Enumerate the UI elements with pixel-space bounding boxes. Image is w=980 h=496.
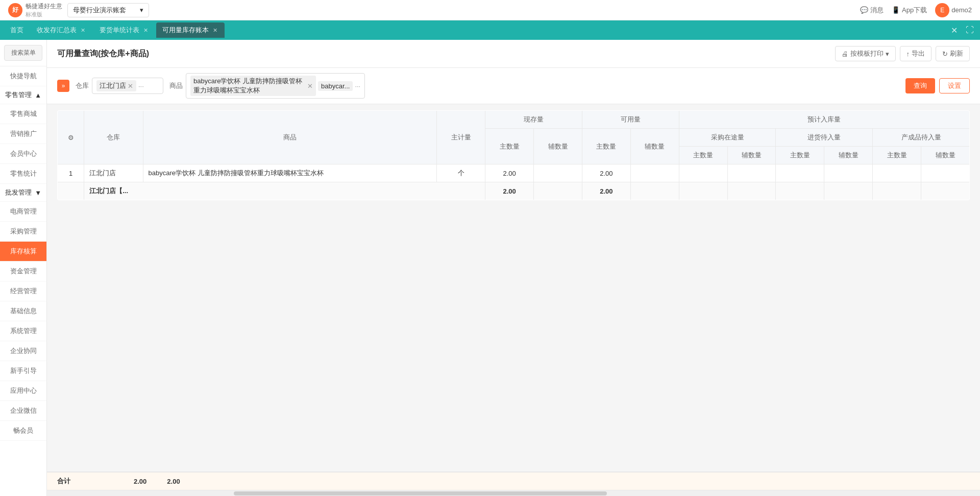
- refresh-icon: ↻: [942, 50, 948, 58]
- tab-close-receive[interactable]: ✕: [80, 27, 86, 34]
- logo-icon: 好: [8, 3, 22, 17]
- th-available-aux: 辅数量: [630, 129, 679, 164]
- sidebar-item-retail-mall[interactable]: 零售商城: [0, 104, 46, 124]
- message-icon: 💬: [860, 6, 868, 14]
- export-btn[interactable]: ↑ 导出: [900, 46, 932, 61]
- th-incoming-main: 主数量: [776, 147, 824, 164]
- logo-area: 好 畅捷通好生意 标准版: [8, 2, 62, 18]
- expand-btn[interactable]: ⛶: [964, 23, 976, 37]
- cell-purchase-on-way-aux: [727, 164, 776, 182]
- product-ellipsis[interactable]: ···: [355, 82, 360, 90]
- message-btn[interactable]: 💬 消息: [860, 6, 884, 15]
- th-current-main: 主数量: [485, 129, 534, 164]
- page-title: 可用量查询(按仓库+商品): [57, 49, 149, 59]
- chevron-icon-wholesale: ▼: [35, 189, 41, 197]
- data-table: ⚙ 仓库 商品 主计量 现存量 可用量 预计入库量 主数量 辅数量 主数量 辅数…: [57, 110, 970, 200]
- horizontal-scrollbar[interactable]: [47, 490, 980, 496]
- table-container: ⚙ 仓库 商品 主计量 现存量 可用量 预计入库量 主数量 辅数量 主数量 辅数…: [47, 104, 980, 471]
- tab-home[interactable]: 首页: [4, 22, 30, 38]
- subtotal-current-main: 2.00: [485, 182, 534, 200]
- total-label: 合计: [57, 477, 134, 486]
- avatar: E: [935, 3, 949, 17]
- footer-available-main: 2.00: [167, 478, 180, 485]
- th-available-main: 主数量: [582, 129, 630, 164]
- sidebar-item-ecommerce[interactable]: 电商管理: [0, 202, 46, 222]
- user-profile-btn[interactable]: E demo2: [935, 3, 972, 17]
- industry-selector-label: 母婴行业演示账套: [73, 6, 126, 15]
- th-settings[interactable]: ⚙: [58, 111, 84, 164]
- th-incoming-aux: 辅数量: [824, 147, 873, 164]
- sidebar-item-sys-mgmt[interactable]: 系统管理: [0, 321, 46, 341]
- top-bar-right: 💬 消息 📱 App下载 E demo2: [860, 3, 972, 17]
- tab-close-order-stat[interactable]: ✕: [142, 27, 149, 34]
- sidebar-item-enterprise-wechat[interactable]: 企业微信: [0, 401, 46, 421]
- sidebar-item-inventory[interactable]: 库存核算: [0, 242, 46, 262]
- sidebar-item-wholesale-mgmt[interactable]: 批发管理 ▼: [0, 184, 46, 202]
- th-available-group: 可用量: [582, 111, 679, 129]
- tab-order-stat[interactable]: 要货单统计表 ✕: [93, 22, 155, 38]
- sidebar-item-app-center[interactable]: 应用中心: [0, 381, 46, 401]
- subtotal-available-main: 2.00: [582, 182, 630, 200]
- product-tag-2: babycar...: [318, 81, 353, 91]
- th-current-aux: 辅数量: [534, 129, 582, 164]
- sidebar-item-enterprise-collab[interactable]: 企业协同: [0, 341, 46, 361]
- query-btn[interactable]: 查询: [905, 78, 935, 93]
- footer-bar: 合计 2.00 2.00: [47, 471, 980, 490]
- cell-product-incoming-aux: [921, 164, 970, 182]
- warehouse-filter-field: 仓库 江北门店 ✕ ···: [76, 78, 163, 94]
- cell-incoming-main: [776, 164, 824, 182]
- tab-close-available[interactable]: ✕: [212, 27, 218, 34]
- export-icon: ↑: [906, 50, 910, 58]
- th-warehouse: 仓库: [84, 111, 143, 164]
- sidebar-item-basic-info[interactable]: 基础信息: [0, 301, 46, 321]
- top-bar-left: 好 畅捷通好生意 标准版 母婴行业演示账套 ▾: [8, 2, 149, 18]
- footer-totals: 2.00 2.00: [134, 478, 180, 485]
- sidebar-item-member-center[interactable]: 会员中心: [0, 144, 46, 164]
- warehouse-ellipsis[interactable]: ···: [138, 82, 144, 90]
- warehouse-input[interactable]: 江北门店 ✕ ···: [92, 78, 163, 94]
- mobile-icon: 📱: [892, 6, 900, 14]
- sidebar-item-purchase[interactable]: 采购管理: [0, 222, 46, 242]
- cell-current-aux: [534, 164, 582, 182]
- refresh-btn[interactable]: ↻ 刷新: [936, 46, 970, 61]
- product-input[interactable]: babycare学饮杯 儿童防摔防撞吸管杯重力球吸嘴杯宝宝水杯 ✕ babyca…: [186, 73, 365, 99]
- th-planned-inbound-group: 预计入库量: [679, 111, 969, 129]
- th-product: 商品: [143, 111, 437, 164]
- th-current-stock-group: 现存量: [485, 111, 582, 129]
- filter-actions: 查询 设置: [905, 78, 970, 93]
- close-all-tabs-btn[interactable]: ✕: [949, 23, 960, 37]
- product-filter-field: 商品 babycare学饮杯 儿童防摔防撞吸管杯重力球吸嘴杯宝宝水杯 ✕ bab…: [169, 73, 365, 99]
- print-btn[interactable]: 🖨 按模板打印 ▾: [835, 46, 896, 61]
- subtotal-label: 江北门店【...: [84, 182, 485, 200]
- app-download-btn[interactable]: 📱 App下载: [892, 6, 927, 15]
- sidebar-item-finance[interactable]: 资金管理: [0, 262, 46, 281]
- cell-available-aux: [630, 164, 679, 182]
- sidebar-item-new-guide[interactable]: 新手引导: [0, 361, 46, 381]
- sidebar-item-vip[interactable]: 畅会员: [0, 421, 46, 441]
- warehouse-tag-close[interactable]: ✕: [128, 82, 133, 90]
- filter-toggle-btn[interactable]: »: [57, 80, 69, 92]
- sidebar-item-operations[interactable]: 经营管理: [0, 281, 46, 301]
- sidebar-item-marketing[interactable]: 营销推广: [0, 124, 46, 144]
- industry-selector[interactable]: 母婴行业演示账套 ▾: [67, 3, 149, 17]
- sidebar-item-retail-mgmt[interactable]: 零售管理 ▲: [0, 86, 46, 104]
- sidebar-item-quick-nav[interactable]: 快捷导航: [0, 66, 46, 86]
- footer-current-main: 2.00: [134, 478, 146, 485]
- subtotal-row: 江北门店【... 2.00 2.00: [58, 182, 970, 200]
- warehouse-label: 仓库: [76, 81, 89, 90]
- tab-receive[interactable]: 收发存汇总表 ✕: [31, 22, 92, 38]
- th-incoming-group: 进货待入量: [776, 129, 873, 147]
- product-tag-1-close[interactable]: ✕: [307, 82, 313, 90]
- scrollbar-thumb[interactable]: [234, 491, 607, 495]
- sidebar-item-retail-stat[interactable]: 零售统计: [0, 164, 46, 184]
- settings-btn[interactable]: 设置: [939, 78, 970, 93]
- chevron-icon: ▲: [35, 91, 41, 99]
- th-product-incoming-aux: 辅数量: [921, 147, 970, 164]
- tab-available[interactable]: 可用量库存账本 ✕: [156, 22, 225, 38]
- cell-warehouse: 江北门店: [84, 164, 143, 182]
- cell-unit: 个: [437, 164, 485, 182]
- product-label: 商品: [169, 81, 183, 90]
- th-purchase-on-way-aux: 辅数量: [727, 147, 776, 164]
- cell-available-main: 2.00: [582, 164, 630, 182]
- search-menu-btn[interactable]: 搜索菜单: [4, 45, 42, 61]
